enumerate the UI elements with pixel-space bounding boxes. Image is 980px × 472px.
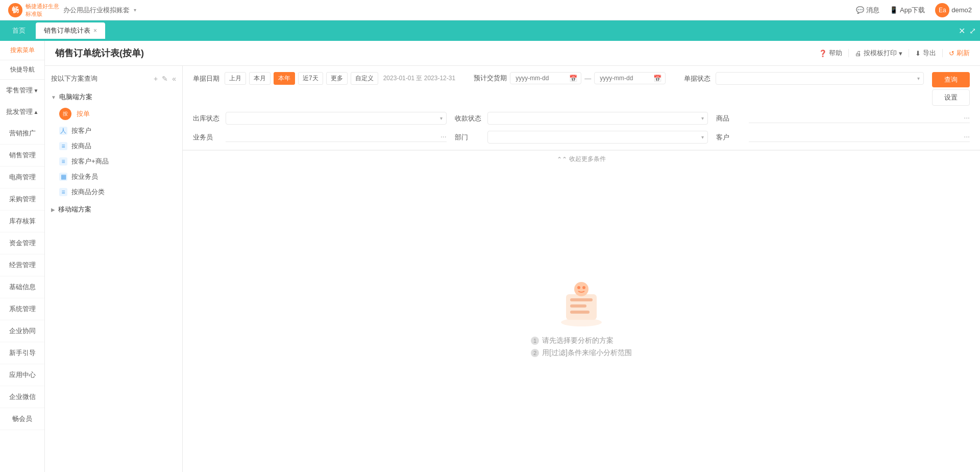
- scheme-item-by-product[interactable]: ≡ 按商品: [45, 138, 182, 154]
- sidebar-item-search[interactable]: 搜索菜单: [0, 41, 44, 60]
- department-select[interactable]: [487, 131, 708, 144]
- date-last7-btn[interactable]: 近7天: [298, 72, 323, 85]
- by-product-icon: ≡: [59, 142, 67, 150]
- doc-status-select[interactable]: [716, 72, 924, 85]
- sidebar-item-basic-info[interactable]: 基础信息: [0, 276, 44, 298]
- collapse-up-icon: ⌃⌃: [557, 156, 567, 163]
- sidebar-item-purchase[interactable]: 采购管理: [0, 188, 44, 210]
- scheme-item-by-order[interactable]: 按 按单: [45, 105, 182, 123]
- svg-rect-2: [570, 298, 593, 301]
- left-panel: 按以下方案查询 + ✎ « ▼ 电脑端方案 按: [45, 66, 183, 472]
- export-icon: ⬇: [915, 50, 921, 57]
- sidebar-item-new-guide[interactable]: 新手引导: [0, 342, 44, 364]
- sidebar-item-finance[interactable]: 资金管理: [0, 232, 44, 254]
- customer-cell: 客户 ···: [716, 131, 970, 144]
- sidebar-item-retail[interactable]: 零售管理 ▼: [0, 80, 44, 101]
- app-name: 畅捷通好生意 标准版: [26, 3, 59, 17]
- print-icon: 🖨: [855, 50, 862, 57]
- goods-more-icon[interactable]: ···: [964, 113, 970, 122]
- collapse-bar[interactable]: ⌃⌃ 收起更多条件: [183, 150, 980, 168]
- breadcrumb[interactable]: 办公用品行业模拟账套 ▾: [63, 6, 136, 15]
- sidebar-item-operations[interactable]: 经营管理: [0, 254, 44, 276]
- user-menu[interactable]: Ea demo2: [935, 3, 972, 17]
- tab-sales-order-stats[interactable]: 销售订单统计表 ×: [36, 22, 105, 39]
- scheme-item-by-customer-product[interactable]: ≡ 按客户+商品: [45, 154, 182, 169]
- delivery-status-select[interactable]: [226, 112, 447, 125]
- tab-bar: 首页 销售订单统计表 × ✕ ⤢: [0, 20, 980, 41]
- query-button[interactable]: 查询: [932, 72, 970, 87]
- add-scheme-button[interactable]: +: [154, 75, 158, 83]
- edit-scheme-button[interactable]: ✎: [162, 75, 168, 83]
- divider-3: [942, 49, 943, 57]
- top-bar: 畅 畅捷通好生意 标准版 办公用品行业模拟账套 ▾ 💬 消息 📱 App下载 E…: [0, 0, 980, 20]
- help-button[interactable]: ❓ 帮助: [819, 49, 842, 58]
- date-custom-btn[interactable]: 自定义: [351, 72, 378, 85]
- sidebar-item-ecommerce[interactable]: 电商管理: [0, 167, 44, 188]
- pc-scheme-group: ▼ 电脑端方案 按 按单 人 按客户 ≡: [45, 89, 182, 200]
- by-product-category-icon: ≡: [59, 188, 67, 196]
- date-separator: —: [584, 75, 591, 82]
- left-panel-title: 按以下方案查询: [51, 74, 97, 83]
- pc-group-header[interactable]: ▼ 电脑端方案: [45, 89, 182, 105]
- date-more-btn[interactable]: 更多: [326, 72, 348, 85]
- filter-row-2: 出库状态 ▾ 收款状态 ▾: [193, 112, 970, 125]
- tab-home[interactable]: 首页: [4, 22, 34, 39]
- print-dropdown-icon: ▾: [899, 50, 902, 57]
- right-panel: 单据日期 上月 本月 本年 近7天 更多 自定义 2023-01-01 至 20…: [183, 66, 980, 472]
- date-this-year-btn[interactable]: 本年: [274, 72, 295, 85]
- sidebar-item-system[interactable]: 系统管理: [0, 298, 44, 320]
- export-button[interactable]: ⬇ 导出: [915, 49, 936, 58]
- department-select-wrap: ▾: [487, 131, 708, 144]
- doc-status-select-wrap: ▾: [716, 72, 924, 85]
- query-btn-area: 查询 设置: [932, 72, 970, 106]
- sidebar-item-quick-nav[interactable]: 快捷导航: [0, 60, 44, 80]
- app-download-icon: 📱: [890, 6, 898, 14]
- sidebar-item-app-center[interactable]: 应用中心: [0, 364, 44, 386]
- sidebar-item-sales[interactable]: 销售管理: [0, 145, 44, 167]
- top-bar-left: 畅 畅捷通好生意 标准版 办公用品行业模拟账套 ▾: [8, 3, 136, 17]
- app-logo: 畅: [8, 3, 22, 17]
- date-last-month-btn[interactable]: 上月: [225, 72, 246, 85]
- customer-more-icon[interactable]: ···: [964, 132, 970, 140]
- divider-1: [848, 49, 849, 57]
- sidebar-item-enterprise-collab[interactable]: 企业协同: [0, 320, 44, 342]
- logo-area: 畅 畅捷通好生意 标准版: [8, 3, 59, 17]
- settings-button[interactable]: 设置: [932, 89, 970, 106]
- date-this-month-btn[interactable]: 本月: [249, 72, 271, 85]
- doc-status-label: 单据状态: [684, 74, 713, 83]
- window-maximize-icon[interactable]: ⤢: [969, 26, 976, 36]
- collapse-panel-button[interactable]: «: [172, 75, 176, 83]
- message-button[interactable]: 💬 消息: [856, 6, 879, 15]
- print-button[interactable]: 🖨 按模板打印 ▾: [855, 49, 902, 58]
- expected-delivery-label: 预计交货期: [474, 74, 507, 83]
- svg-point-7: [582, 286, 585, 289]
- main-layout: 搜索菜单 快捷导航 零售管理 ▼ 批发管理 ▲ 营销推广 销售管理 电商管理 采…: [0, 41, 980, 472]
- left-panel-header: 按以下方案查询 + ✎ «: [45, 72, 182, 85]
- app-download-button[interactable]: 📱 App下载: [890, 6, 925, 15]
- scheme-item-by-salesperson[interactable]: ▦ 按业务员: [45, 169, 182, 184]
- salesperson-cell: 业务员 ···: [193, 131, 447, 144]
- expected-delivery-group: 预计交货期 📅 — 📅: [474, 72, 666, 84]
- sidebar-item-inventory[interactable]: 库存核算: [0, 210, 44, 232]
- sidebar-item-enterprise-wechat[interactable]: 企业微信: [0, 386, 44, 408]
- salesperson-more-icon[interactable]: ···: [440, 132, 447, 140]
- scheme-item-by-customer[interactable]: 人 按客户: [45, 123, 182, 138]
- delivery-end-wrap: 📅: [594, 72, 666, 84]
- refresh-button[interactable]: ↺ 刷新: [949, 49, 970, 58]
- goods-input-area: ···: [749, 113, 970, 123]
- sidebar-item-marketing[interactable]: 营销推广: [0, 123, 44, 145]
- scheme-item-by-product-category[interactable]: ≡ 按商品分类: [45, 184, 182, 200]
- sidebar-item-wholesale[interactable]: 批发管理 ▲: [0, 101, 44, 123]
- mobile-group-header[interactable]: ▶ 移动端方案: [45, 202, 182, 217]
- top-bar-right: 💬 消息 📱 App下载 Ea demo2: [856, 3, 972, 17]
- date-filter-label: 单据日期: [193, 74, 222, 83]
- tab-close-icon[interactable]: ×: [93, 27, 97, 34]
- window-close-icon[interactable]: ✕: [959, 26, 965, 36]
- payment-status-cell: 收款状态 ▾: [455, 112, 708, 125]
- payment-status-select[interactable]: [487, 112, 708, 125]
- by-customer-product-icon: ≡: [59, 157, 67, 166]
- sidebar-item-member[interactable]: 畅会员: [0, 408, 44, 430]
- refresh-icon: ↺: [949, 50, 954, 57]
- wholesale-arrow-icon: ▲: [34, 109, 39, 115]
- customer-label: 客户: [716, 133, 745, 142]
